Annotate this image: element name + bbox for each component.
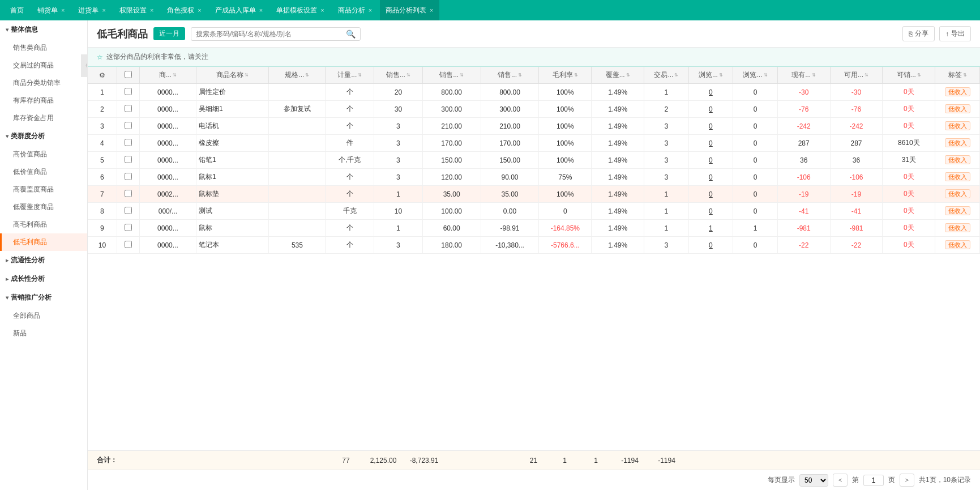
sort-icon[interactable]: ⇅ (173, 73, 177, 78)
row-name[interactable]: 橡皮擦 (196, 135, 269, 152)
close-icon[interactable]: × (61, 7, 65, 14)
th-saleable[interactable]: 可销...⇅ (883, 67, 935, 84)
th-tag[interactable]: 标签⇅ (935, 67, 980, 84)
view1-link[interactable]: 0 (709, 105, 713, 113)
sidebar-item-high-margin[interactable]: 高毛利商品 (0, 216, 87, 233)
row-checkbox[interactable] (125, 105, 132, 112)
page-size-select[interactable]: 50 20 100 (799, 474, 828, 487)
sidebar-item-low-coverage[interactable]: 低覆盖度商品 (0, 198, 87, 216)
row-view1[interactable]: 0 (688, 135, 733, 152)
row-name[interactable]: 铅笔1 (196, 152, 269, 169)
sort-icon[interactable]: ⇅ (358, 73, 362, 78)
sort-icon[interactable]: ⇅ (518, 73, 522, 78)
prev-page-button[interactable]: ＜ (833, 474, 848, 487)
page-number-input[interactable] (863, 475, 884, 486)
sort-icon[interactable]: ⇅ (574, 73, 578, 78)
row-view1[interactable]: 0 (688, 203, 733, 220)
row-name[interactable]: 属性定价 (196, 84, 269, 101)
search-input[interactable] (196, 30, 343, 38)
close-icon[interactable]: × (259, 7, 263, 14)
select-all-checkbox[interactable] (125, 71, 132, 78)
th-sales-amt[interactable]: 销售...⇅ (422, 67, 481, 84)
sort-icon[interactable]: ⇅ (812, 73, 816, 78)
row-checkbox[interactable] (125, 156, 132, 163)
row-view1[interactable]: 0 (688, 84, 733, 101)
export-button[interactable]: ↑ 导出 (939, 26, 971, 41)
close-icon[interactable]: × (150, 7, 153, 14)
th-cover[interactable]: 覆盖...⇅ (592, 67, 644, 84)
row-view1[interactable]: 0 (688, 237, 733, 254)
next-page-button[interactable]: ＞ (900, 474, 914, 487)
view1-link[interactable]: 0 (709, 139, 713, 147)
sidebar-group-flow[interactable]: ▸ 流通性分析 (0, 251, 87, 270)
share-button[interactable]: ⎘ 分享 (902, 26, 935, 41)
row-view1[interactable]: 0 (688, 169, 733, 186)
nav-product-analysis-list[interactable]: 商品分析列表 × (380, 0, 439, 20)
nav-purchase-order[interactable]: 进货单 × (72, 0, 111, 20)
th-unit[interactable]: 计量...⇅ (326, 67, 374, 84)
sidebar-group-cluster[interactable]: ▾ 类群度分析 (0, 127, 87, 146)
close-icon[interactable]: × (102, 7, 105, 14)
close-icon[interactable]: × (369, 7, 372, 14)
sort-icon[interactable]: ⇅ (764, 73, 768, 78)
row-name[interactable]: 笔记本 (196, 237, 269, 254)
th-spec[interactable]: 规格...⇅ (269, 67, 326, 84)
row-view1[interactable]: 0 (688, 186, 733, 203)
view1-link[interactable]: 0 (709, 122, 713, 130)
th-view2[interactable]: 浏览...⇅ (733, 67, 778, 84)
row-name[interactable]: 鼠标垫 (196, 186, 269, 203)
nav-product-analysis[interactable]: 商品分析 × (332, 0, 378, 20)
view1-link[interactable]: 0 (709, 156, 713, 164)
sidebar-collapse-button[interactable]: 《 (81, 54, 88, 77)
row-checkbox[interactable] (125, 173, 132, 180)
sidebar-item-low-margin[interactable]: 低毛利商品 (0, 233, 87, 251)
th-avail[interactable]: 可用...⇅ (830, 67, 883, 84)
row-view1[interactable]: 0 (688, 152, 733, 169)
sort-icon[interactable]: ⇅ (865, 73, 868, 78)
row-checkbox[interactable] (125, 207, 132, 214)
th-gross-rate[interactable]: 毛利率⇅ (539, 67, 592, 84)
view1-link[interactable]: 0 (709, 88, 713, 96)
sidebar-item-sales-goods[interactable]: 销售类商品 (0, 39, 87, 57)
view1-link[interactable]: 1 (709, 224, 713, 232)
row-view1[interactable]: 1 (688, 220, 733, 237)
sidebar-item-high-coverage[interactable]: 高覆盖度商品 (0, 181, 87, 198)
close-icon[interactable]: × (198, 7, 201, 14)
sidebar-group-marketing[interactable]: ▾ 营销推广分析 (0, 288, 87, 307)
sidebar-item-traded-goods[interactable]: 交易过的商品 (0, 57, 87, 74)
row-view1[interactable]: 0 (688, 101, 733, 118)
sidebar-item-high-value[interactable]: 高价值商品 (0, 146, 87, 163)
sort-icon[interactable]: ⇅ (460, 73, 464, 78)
view1-link[interactable]: 0 (709, 190, 713, 198)
close-icon[interactable]: × (320, 7, 324, 14)
sort-icon[interactable]: ⇅ (245, 73, 249, 78)
sort-icon[interactable]: ⇅ (626, 73, 630, 78)
th-current[interactable]: 现有...⇅ (777, 67, 830, 84)
row-checkbox[interactable] (125, 122, 132, 129)
sidebar-item-stock-goods[interactable]: 有库存的商品 (0, 92, 87, 109)
nav-role-auth[interactable]: 角色授权 × (161, 0, 207, 20)
th-name[interactable]: 商品名称⇅ (196, 67, 269, 84)
th-sales-gross[interactable]: 销售...⇅ (481, 67, 539, 84)
row-name[interactable]: 鼠标 (196, 220, 269, 237)
row-name[interactable]: 测试 (196, 203, 269, 220)
th-view1[interactable]: 浏览...⇅ (688, 67, 733, 84)
nav-home[interactable]: 首页 (5, 0, 29, 20)
row-checkbox[interactable] (125, 224, 132, 231)
filter-button[interactable]: 近一月 (153, 27, 185, 40)
sidebar-item-stock-capital[interactable]: 库存资金占用 (0, 109, 87, 127)
row-name[interactable]: 吴细细1 (196, 101, 269, 118)
close-icon[interactable]: × (430, 7, 433, 14)
nav-sales-order[interactable]: 销货单 × (32, 0, 70, 20)
sort-icon[interactable]: ⇅ (305, 73, 309, 78)
nav-template-settings[interactable]: 单据模板设置 × (271, 0, 329, 20)
sidebar-group-overall[interactable]: ▾ 整体信息 (0, 20, 87, 39)
sort-icon[interactable]: ⇅ (719, 73, 723, 78)
row-name[interactable]: 电话机 (196, 118, 269, 135)
th-trade[interactable]: 交易...⇅ (644, 67, 689, 84)
view1-link[interactable]: 0 (709, 241, 713, 249)
sidebar-item-new-goods[interactable]: 新品 (0, 325, 87, 342)
search-icon[interactable]: 🔍 (346, 29, 356, 39)
nav-product-inbound[interactable]: 产成品入库单 × (209, 0, 268, 20)
sort-icon[interactable]: ⇅ (963, 73, 967, 78)
